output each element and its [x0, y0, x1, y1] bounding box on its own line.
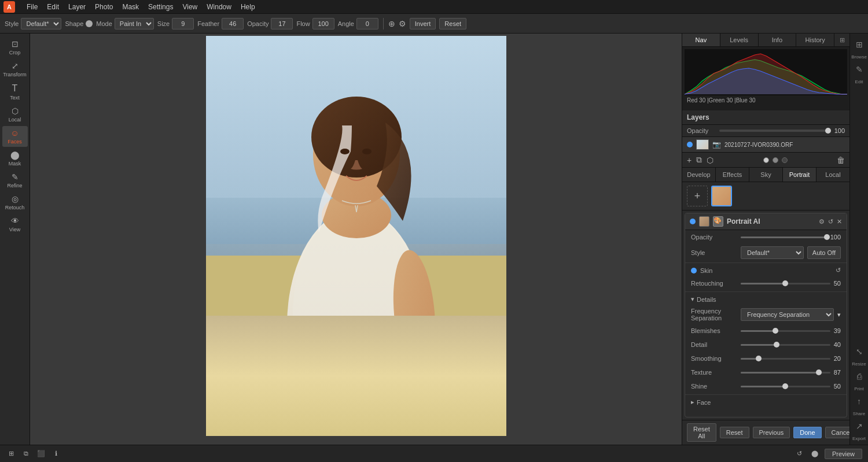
flow-input[interactable] — [312, 18, 334, 29]
layers-title: Layers — [687, 113, 709, 121]
face-thumb-1[interactable] — [711, 186, 732, 206]
menu-file[interactable]: File — [27, 3, 38, 11]
tab-portrait[interactable]: Portrait — [783, 168, 816, 182]
share-icon[interactable]: ↑ — [852, 394, 867, 409]
history-tab[interactable]: History — [796, 34, 834, 46]
refine-tool[interactable]: ✎ Refine — [2, 170, 28, 191]
edit-icon[interactable]: ✎ — [852, 62, 867, 77]
opacity-slider[interactable] — [719, 130, 831, 132]
text-tool[interactable]: T Text — [2, 81, 28, 103]
menu-photo[interactable]: Photo — [95, 3, 113, 11]
previous-button[interactable]: Previous — [753, 427, 790, 438]
tab-sky[interactable]: Sky — [749, 168, 783, 182]
menu-layer[interactable]: Layer — [68, 3, 86, 11]
tab-local[interactable]: Local — [816, 168, 849, 182]
nav-expand-icon[interactable]: ⊞ — [834, 34, 849, 46]
portrait-opacity-track — [741, 236, 827, 238]
detail-thumb[interactable] — [774, 342, 779, 348]
menu-help[interactable]: Help — [241, 3, 255, 11]
tab-develop[interactable]: Develop — [682, 168, 716, 182]
mask-tool[interactable]: ⬤ Mask — [2, 148, 28, 169]
smoothing-thumb[interactable] — [756, 356, 762, 361]
menu-mask[interactable]: Mask — [122, 3, 139, 11]
export-icon[interactable]: ↗ — [852, 419, 867, 434]
eyedropper-icon[interactable]: ⊕ — [388, 19, 395, 28]
layer-visibility-dot[interactable] — [687, 142, 693, 147]
size-input[interactable] — [172, 18, 194, 29]
portrait-opacity-slider[interactable] — [741, 232, 827, 242]
retouching-slider[interactable] — [741, 279, 830, 288]
tab-effects[interactable]: Effects — [716, 168, 749, 182]
faces-tool[interactable]: ☺ Faces — [2, 126, 28, 147]
cancel-button[interactable]: Cancel — [825, 427, 849, 438]
layer-dot-white[interactable] — [763, 157, 769, 163]
crop-tool[interactable]: ⊡ Crop — [2, 37, 28, 58]
layer-dot-gray[interactable] — [773, 157, 778, 163]
opacity-thumb[interactable] — [825, 128, 831, 134]
compare-icon[interactable]: ⬛ — [36, 449, 46, 459]
menu-settings[interactable]: Settings — [148, 3, 173, 11]
layer-add-icon[interactable]: + — [687, 156, 692, 165]
blemishes-thumb[interactable] — [773, 328, 778, 334]
invert-button[interactable]: Invert — [410, 18, 436, 29]
faces-icon: ☺ — [10, 128, 19, 138]
freq-sep-select[interactable]: Frequency Separation — [741, 308, 834, 321]
undo-status-icon[interactable]: ↺ — [795, 449, 805, 459]
reset-button[interactable]: Reset — [439, 18, 466, 29]
portrait-close-icon[interactable]: ✕ — [837, 218, 842, 226]
transform-tool[interactable]: ⤢ Transform — [2, 59, 28, 80]
settings-gear-icon[interactable]: ⚙ — [399, 19, 406, 28]
angle-input[interactable] — [356, 18, 378, 29]
portrait-footer: Reset All Reset Previous Done Cancel — [682, 420, 849, 445]
auto-off-button[interactable]: Auto Off — [807, 246, 841, 259]
details-header[interactable]: Details — [685, 293, 847, 305]
smoothing-slider[interactable] — [741, 354, 830, 363]
menu-window[interactable]: Window — [207, 3, 231, 11]
portrait-style-select[interactable]: Default* — [741, 246, 804, 259]
preview-button[interactable]: Preview — [825, 449, 862, 459]
mode-select[interactable]: Paint In — [115, 18, 154, 29]
export-label: Export — [852, 436, 866, 441]
menu-view[interactable]: View — [182, 3, 197, 11]
portrait-opacity-thumb[interactable] — [824, 234, 830, 240]
local-tool[interactable]: ⬡ Local — [2, 104, 28, 125]
levels-tab[interactable]: Levels — [720, 34, 759, 46]
texture-thumb[interactable] — [816, 369, 822, 375]
add-face-button[interactable]: + — [687, 186, 708, 206]
browse-icon[interactable]: ⊞ — [852, 37, 867, 52]
menu-edit[interactable]: Edit — [47, 3, 59, 11]
reset-footer-button[interactable]: Reset — [720, 427, 749, 438]
shine-thumb[interactable] — [782, 383, 788, 389]
histogram-area: Red 30 |Green 30 |Blue 30 — [682, 47, 849, 110]
layer-copy-icon[interactable]: ⧉ — [696, 155, 702, 165]
retouching-thumb[interactable] — [782, 280, 788, 286]
view-tool[interactable]: 👁 View — [2, 214, 28, 235]
print-icon[interactable]: ⎙ — [852, 369, 867, 384]
layer-row[interactable]: 📷 20210727-IVOR0390.ORF — [682, 137, 849, 153]
mask-status-icon[interactable]: ⬤ — [810, 449, 820, 459]
filmstrip-icon[interactable]: ⧉ — [21, 449, 31, 459]
reset-all-button[interactable]: Reset All — [687, 423, 716, 442]
blemishes-slider[interactable] — [741, 326, 830, 335]
portrait-undo-icon[interactable]: ↺ — [828, 218, 833, 226]
shine-slider[interactable] — [741, 382, 830, 391]
face-section-header[interactable]: Face — [685, 396, 847, 408]
style-select[interactable]: Default* — [21, 18, 61, 29]
feather-input[interactable] — [222, 18, 244, 29]
info-tab[interactable]: Info — [759, 34, 797, 46]
resize-icon[interactable]: ⤡ — [852, 344, 867, 359]
done-button[interactable]: Done — [793, 427, 821, 438]
info-status-icon[interactable]: ℹ — [51, 449, 61, 459]
nav-tab[interactable]: Nav — [682, 34, 720, 46]
retouch-tool[interactable]: ◎ Retouch — [2, 192, 28, 213]
texture-slider[interactable] — [741, 368, 830, 377]
layer-delete-icon[interactable]: 🗑 — [837, 156, 845, 165]
layer-mask-icon[interactable]: ⬡ — [707, 156, 713, 165]
retouching-fill — [741, 283, 785, 284]
portrait-settings-icon[interactable]: ⚙ — [819, 218, 825, 226]
grid-icon[interactable]: ⊞ — [6, 449, 16, 459]
detail-slider[interactable] — [741, 340, 830, 349]
skin-reset-icon[interactable]: ↺ — [836, 267, 841, 274]
layer-dot-dark[interactable] — [782, 157, 788, 163]
opacity-input[interactable] — [271, 18, 293, 29]
